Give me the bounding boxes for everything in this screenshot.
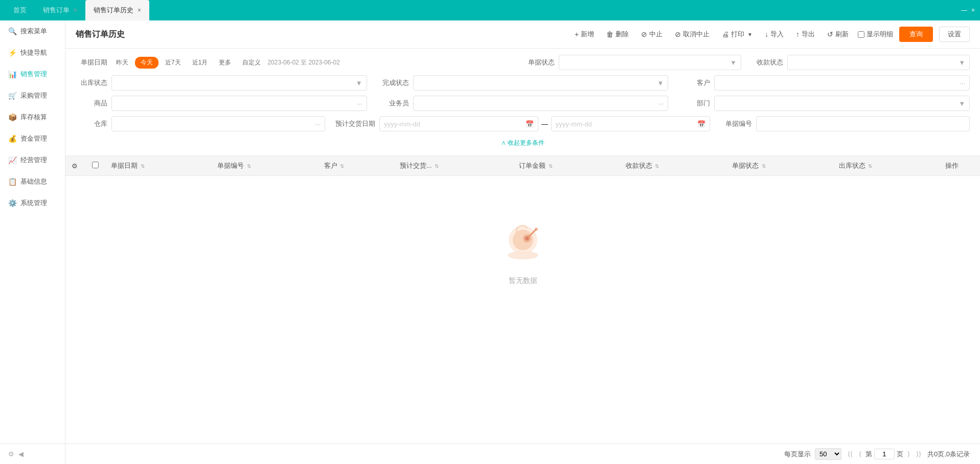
sidebar-item-system[interactable]: ⚙️ 系统管理 (0, 192, 65, 214)
sidebar-item-purchase[interactable]: 🛒 采购管理 (0, 85, 65, 106)
btn-print[interactable]: 🖨 打印 ▼ (719, 28, 756, 41)
filter-outbound-status: 出库状态 ▼ (76, 75, 367, 91)
th-doc-number[interactable]: 单据编号 ⇅ (211, 156, 317, 176)
filter-doc-status-control[interactable]: ▼ (559, 55, 741, 70)
filter-department-control[interactable]: ▼ (714, 96, 970, 111)
th-checkbox[interactable] (86, 156, 105, 176)
tab-sales-order-history[interactable]: 销售订单历史 × (85, 0, 149, 20)
filter-salesperson-control[interactable]: ··· (413, 96, 669, 111)
payment-status-chevron: ▼ (959, 59, 965, 67)
btn-add[interactable]: + 新增 (572, 28, 597, 41)
refresh-icon: ↺ (827, 30, 833, 38)
next-page-btn[interactable]: ⟩ (905, 449, 912, 459)
sidebar-item-operations[interactable]: 📈 经营管理 (0, 149, 65, 171)
sidebar-settings-icon[interactable]: ⚙ (8, 450, 14, 458)
date-btn-today[interactable]: 今天 (135, 57, 158, 69)
filter-warehouse: 仓库 ··· (76, 116, 325, 131)
sidebar: 🔍 搜索菜单 ⚡ 快捷导航 📊 销售管理 🛒 采购管理 📦 库存核算 💰 资金管… (0, 20, 65, 464)
tab-home[interactable]: 首页 (5, 0, 35, 20)
filter-product-label: 商品 (76, 99, 111, 108)
th-doc-date[interactable]: 单据日期 ⇅ (105, 156, 211, 176)
sidebar-item-inventory[interactable]: 📦 库存核算 (0, 106, 65, 128)
th-delivery-date-label: 预计交货... (400, 162, 432, 169)
th-payment-status[interactable]: 收款状态 ⇅ (620, 156, 726, 176)
btn-delete[interactable]: 🗑 删除 (603, 28, 632, 41)
filter-doc-number-control[interactable] (756, 116, 970, 131)
btn-import[interactable]: ↓ 导入 (762, 28, 787, 41)
date-group: 昨天 今天 近7天 近1月 更多 自定义 2023-06-02 至 2023-0… (111, 57, 513, 69)
operations-icon: 📈 (8, 156, 16, 164)
select-all-checkbox[interactable] (92, 162, 99, 168)
page-size-label: 每页显示 (784, 450, 811, 459)
window-minimize[interactable]: — (961, 7, 967, 14)
salesperson-dots: ··· (658, 100, 664, 107)
filter-row-1: 单据日期 昨天 今天 近7天 近1月 更多 自定义 2023-06-02 至 2… (76, 55, 970, 70)
close-tab-sales-order-history[interactable]: × (138, 7, 141, 14)
btn-refresh[interactable]: ↺ 刷新 (824, 28, 852, 41)
btn-stop[interactable]: ⊘ 中止 (638, 28, 666, 41)
filter-product-control[interactable]: ··· (111, 96, 367, 111)
sidebar-item-purchase-label: 采购管理 (20, 91, 47, 100)
th-doc-status-label: 单据状态 (732, 162, 759, 169)
filter-warehouse-label: 仓库 (76, 119, 111, 128)
btn-cancel-stop[interactable]: ⊘ 取消中止 (672, 28, 713, 41)
date-btn-more[interactable]: 更多 (214, 57, 236, 69)
sort-doc-number-icon: ⇅ (247, 163, 251, 169)
th-outbound-status[interactable]: 出库状态 ⇅ (833, 156, 940, 176)
query-button[interactable]: 查询 (899, 27, 933, 42)
date-btn-1month[interactable]: 近1月 (188, 57, 213, 69)
sidebar-item-sales[interactable]: 📊 销售管理 (0, 63, 65, 85)
filter-row-3: 商品 ··· 业务员 ··· 部门 (76, 96, 970, 111)
last-page-btn[interactable]: ⟩⟩ (914, 449, 923, 459)
btn-export[interactable]: ↑ 导出 (793, 28, 818, 41)
filter-payment-status-label: 收款状态 (751, 58, 787, 67)
filter-outbound-control[interactable]: ▼ (111, 75, 367, 91)
print-dropdown-icon: ▼ (747, 32, 753, 37)
sidebar-item-finance[interactable]: 💰 资金管理 (0, 128, 65, 149)
filter-delivery-start[interactable]: yyyy-mm-dd 📅 (379, 116, 538, 131)
tab-sales-order[interactable]: 销售订单 × (35, 0, 85, 20)
calendar-start-icon[interactable]: 📅 (526, 120, 534, 128)
first-page-btn[interactable]: ⟨⟨ (846, 449, 855, 459)
date-separator: — (541, 120, 548, 128)
filter-payment-status-control[interactable]: ▼ (787, 55, 970, 70)
sidebar-item-basic-info[interactable]: 📋 基础信息 (0, 171, 65, 192)
date-btn-yesterday[interactable]: 昨天 (111, 57, 133, 69)
date-btn-7days[interactable]: 近7天 (161, 57, 186, 69)
calendar-end-icon[interactable]: 📅 (697, 120, 705, 128)
filter-warehouse-control[interactable]: ··· (111, 116, 325, 131)
sidebar-collapse-icon[interactable]: ◀ (18, 450, 24, 458)
th-doc-status[interactable]: 单据状态 ⇅ (726, 156, 832, 176)
page-number-input[interactable] (874, 449, 895, 459)
filter-customer-control[interactable]: ··· (714, 75, 970, 91)
th-customer[interactable]: 客户 ⇅ (318, 156, 394, 176)
filter-complete-control[interactable]: ▼ (413, 75, 669, 91)
th-settings[interactable]: ⚙ (65, 156, 86, 176)
collapse-bar[interactable]: ∧ 收起更多条件 (76, 137, 970, 149)
display-column-checkbox[interactable]: 显示明细 (858, 30, 893, 39)
filter-payment-status: 收款状态 ▼ (751, 55, 970, 70)
btn-delete-label: 删除 (616, 30, 629, 39)
sidebar-item-search-label: 搜索菜单 (20, 27, 47, 36)
setting-button[interactable]: 设置 (939, 27, 970, 42)
window-close[interactable]: × (971, 7, 975, 14)
window-controls: — × (961, 7, 975, 14)
filter-delivery-end[interactable]: yyyy-mm-dd 📅 (551, 116, 710, 131)
sort-amount-icon: ⇅ (549, 163, 553, 169)
sidebar-item-quick-nav-label: 快捷导航 (20, 48, 47, 57)
sidebar-item-search[interactable]: 🔍 搜索菜单 (0, 20, 65, 42)
date-btn-custom[interactable]: 自定义 (238, 57, 265, 69)
top-bar: 首页 销售订单 × 销售订单历史 × — × (0, 0, 980, 20)
sort-customer-icon: ⇅ (340, 163, 344, 169)
prev-page-btn[interactable]: ⟨ (857, 449, 863, 459)
th-delivery-date[interactable]: 预计交货... ⇅ (394, 156, 513, 176)
filter-doc-status: 单据状态 ▼ (523, 55, 741, 70)
close-tab-sales-order[interactable]: × (74, 7, 77, 14)
sort-outbound-icon: ⇅ (868, 163, 872, 169)
display-column-input[interactable] (858, 31, 864, 38)
date-range-value: 2023-06-02 至 2023-06-02 (267, 58, 339, 67)
th-order-amount[interactable]: 订单金额 ⇅ (513, 156, 619, 176)
import-icon: ↓ (765, 30, 768, 38)
page-size-select[interactable]: 50 10 20 100 (815, 448, 841, 460)
sidebar-item-quick-nav[interactable]: ⚡ 快捷导航 (0, 42, 65, 63)
